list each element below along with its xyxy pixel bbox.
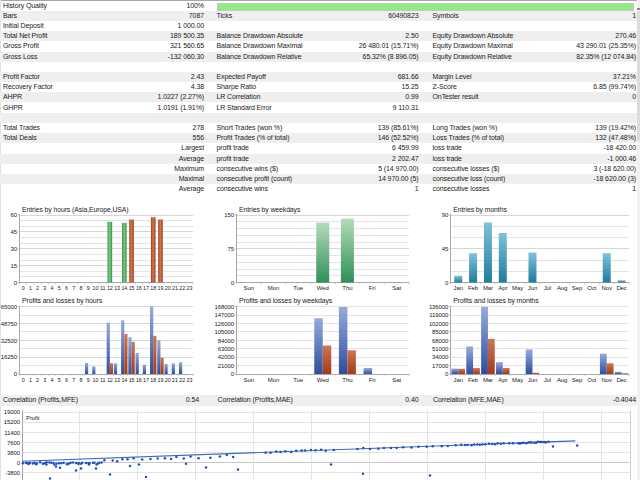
svg-text:Apr: Apr	[498, 377, 507, 383]
svg-text:Feb: Feb	[468, 285, 479, 291]
svg-text:Thu: Thu	[342, 377, 352, 383]
svg-text:0: 0	[14, 280, 18, 286]
svg-text:Sat: Sat	[392, 285, 401, 291]
svg-text:8: 8	[79, 377, 82, 383]
svg-text:2: 2	[36, 285, 39, 291]
svg-text:Oct: Oct	[587, 377, 596, 383]
svg-text:23: 23	[186, 285, 192, 291]
svg-text:3: 3	[43, 285, 46, 291]
svg-text:15: 15	[129, 377, 135, 383]
svg-text:Dec: Dec	[616, 377, 626, 383]
svg-text:65000: 65000	[1, 304, 18, 310]
svg-text:126000: 126000	[215, 321, 235, 327]
svg-text:16: 16	[136, 377, 142, 383]
svg-text:10: 10	[93, 285, 99, 291]
svg-text:45: 45	[442, 246, 449, 252]
svg-text:16: 16	[136, 285, 142, 291]
svg-text:6: 6	[65, 285, 68, 291]
svg-text:63000: 63000	[218, 346, 235, 352]
svg-text:51000: 51000	[432, 346, 449, 352]
svg-text:19: 19	[158, 377, 164, 383]
svg-text:30: 30	[11, 246, 18, 252]
svg-text:17: 17	[143, 285, 149, 291]
svg-text:Fri: Fri	[369, 285, 376, 291]
svg-text:12: 12	[107, 377, 113, 383]
svg-text:Thu: Thu	[342, 285, 352, 291]
svg-text:11: 11	[100, 377, 105, 383]
svg-text:18: 18	[150, 377, 156, 383]
svg-text:9: 9	[87, 285, 90, 291]
svg-text:7: 7	[72, 285, 75, 291]
svg-text:Tue: Tue	[293, 285, 304, 291]
svg-text:9: 9	[87, 377, 90, 383]
svg-text:3800: 3800	[7, 450, 21, 456]
svg-text:Jun: Jun	[528, 377, 537, 383]
svg-text:Jan: Jan	[454, 285, 463, 291]
svg-text:Jan: Jan	[454, 377, 463, 383]
svg-text:Apr: Apr	[498, 285, 507, 291]
svg-text:Feb: Feb	[468, 377, 479, 383]
svg-text:-3800: -3800	[5, 470, 21, 476]
svg-text:1: 1	[29, 285, 32, 291]
svg-text:Dec: Dec	[616, 285, 626, 291]
svg-text:2: 2	[36, 377, 39, 383]
svg-text:168000: 168000	[215, 304, 235, 310]
svg-text:34000: 34000	[432, 354, 449, 360]
svg-text:7600: 7600	[7, 440, 21, 446]
svg-text:20: 20	[165, 285, 171, 291]
svg-text:Sep: Sep	[572, 377, 583, 383]
svg-text:Profits and losses by months: Profits and losses by months	[453, 297, 539, 305]
svg-text:7: 7	[72, 377, 75, 383]
svg-text:Entries by months: Entries by months	[453, 206, 507, 214]
svg-text:0: 0	[22, 285, 25, 291]
svg-text:11: 11	[100, 285, 105, 291]
svg-text:5: 5	[58, 377, 61, 383]
svg-text:32500: 32500	[1, 338, 18, 344]
svg-text:Jul: Jul	[544, 377, 551, 383]
svg-text:102000: 102000	[429, 321, 449, 327]
svg-text:13: 13	[114, 377, 120, 383]
svg-text:14: 14	[121, 377, 127, 383]
svg-text:Mar: Mar	[483, 285, 493, 291]
svg-text:0: 0	[14, 371, 18, 377]
svg-text:105000: 105000	[215, 329, 235, 335]
svg-text:85000: 85000	[432, 329, 449, 335]
svg-text:75: 75	[228, 246, 235, 252]
svg-text:21: 21	[172, 377, 178, 383]
svg-text:4: 4	[51, 285, 54, 291]
svg-text:Aug: Aug	[557, 377, 567, 383]
svg-text:0: 0	[445, 371, 449, 377]
svg-text:0: 0	[231, 371, 235, 377]
svg-text:150: 150	[224, 212, 234, 218]
svg-text:0: 0	[17, 460, 21, 466]
svg-text:119000: 119000	[429, 312, 449, 318]
svg-text:3: 3	[43, 377, 46, 383]
svg-text:10: 10	[93, 377, 99, 383]
svg-text:45: 45	[11, 229, 18, 235]
svg-text:Sat: Sat	[392, 377, 401, 383]
svg-text:19000: 19000	[4, 409, 21, 415]
svg-text:Jun: Jun	[528, 285, 537, 291]
svg-text:Sep: Sep	[572, 285, 583, 291]
svg-text:90: 90	[442, 212, 449, 218]
svg-text:Profits and losses by weekdays: Profits and losses by weekdays	[239, 297, 333, 305]
svg-text:Mon: Mon	[268, 377, 279, 383]
svg-text:15: 15	[11, 263, 18, 269]
svg-text:19: 19	[158, 285, 164, 291]
svg-text:18: 18	[150, 285, 156, 291]
svg-text:0: 0	[445, 280, 449, 286]
svg-text:22: 22	[179, 377, 185, 383]
svg-text:147000: 147000	[215, 312, 235, 318]
svg-text:Sun: Sun	[244, 285, 254, 291]
svg-text:Wed: Wed	[317, 285, 329, 291]
svg-text:4: 4	[51, 377, 54, 383]
svg-text:136000: 136000	[429, 304, 449, 310]
svg-text:Profits and losses by hours: Profits and losses by hours	[22, 297, 103, 305]
svg-text:13: 13	[114, 285, 120, 291]
svg-text:20: 20	[165, 377, 171, 383]
svg-text:22: 22	[179, 285, 185, 291]
svg-text:6: 6	[65, 377, 68, 383]
svg-text:48750: 48750	[1, 321, 18, 327]
svg-text:21000: 21000	[218, 363, 235, 369]
svg-text:May: May	[512, 377, 523, 383]
